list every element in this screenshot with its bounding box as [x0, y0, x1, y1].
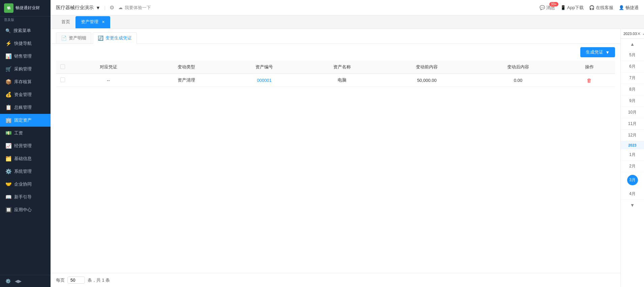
cal-month-10[interactable]: 10月: [621, 107, 644, 118]
cell-before-change: 50,000.00: [381, 74, 472, 87]
calendar-close-button[interactable]: ✕: [637, 31, 641, 36]
app-download-icon: 📱: [560, 5, 566, 10]
sidebar-item-inventory[interactable]: 📦 库存核算: [0, 75, 51, 88]
system-icon: ⚙️: [5, 168, 11, 174]
cell-asset-name: 电脑: [303, 74, 381, 87]
customer-service-label: 在线客服: [596, 5, 613, 11]
row-checkbox[interactable]: [60, 77, 65, 82]
cal-2023-month-3[interactable]: 3月: [627, 175, 638, 186]
app-download-label: App下载: [567, 5, 584, 11]
sidebar: 畅 畅捷通好业财 普及版 🔍 搜索菜单 ⚡ 快捷导航 📊 销售管理 🛒 采购管理…: [0, 0, 51, 287]
sidebar-item-app-center[interactable]: 🔲 应用中心: [0, 203, 51, 216]
per-page-select[interactable]: 50 10 20 100: [67, 277, 85, 284]
sidebar-item-guide[interactable]: 📖 新手引导: [0, 191, 51, 203]
sidebar-bottom: ⚙️ ◀▶: [0, 275, 51, 287]
cell-after-change: 0.00: [472, 74, 564, 87]
sidebar-search[interactable]: 🔍 搜索菜单: [0, 24, 51, 37]
user-avatar[interactable]: 👤 畅捷通: [619, 5, 639, 11]
sidebar-item-label: 总账管理: [14, 104, 32, 110]
sidebar-item-label: 系统管理: [14, 168, 32, 174]
sidebar-item-fixed-assets[interactable]: 🏢 固定资产: [0, 114, 51, 127]
company-name: 医疗器械行业演示: [56, 5, 94, 11]
search-icon: 🔍: [5, 28, 11, 33]
sidebar-bottom-icons: ⚙️ ◀▶: [5, 279, 22, 284]
sidebar-item-label: 销售管理: [14, 53, 32, 59]
cell-voucher: --: [69, 74, 147, 87]
funds-icon: 💰: [5, 92, 11, 98]
app-download-button[interactable]: 📱 App下载: [560, 5, 584, 11]
topbar: 医疗器械行业演示 ▼ | ⚙ ☁ 我要体验一下 💬 消息 99+ 📱 App下载…: [51, 0, 644, 15]
cal-month-7[interactable]: 7月: [621, 72, 644, 84]
table-wrapper: 对应凭证 变动类型 资产编号 资产名称 变动前内容 变动后内容 操作: [51, 61, 620, 273]
sidebar-item-basic-info[interactable]: 🗂️ 基础信息: [0, 152, 51, 165]
user-label: 畅捷通: [625, 5, 639, 11]
cal-2023-month-2[interactable]: 2月: [621, 161, 644, 172]
corp-collab-icon: 🤝: [5, 181, 11, 187]
sidebar-item-purchase[interactable]: 🛒 采购管理: [0, 63, 51, 75]
message-button[interactable]: 💬 消息 99+: [540, 5, 555, 11]
calendar-down-button[interactable]: ▼: [628, 201, 637, 209]
topbar-divider: |: [104, 5, 105, 10]
ledger-icon: 📋: [5, 104, 11, 110]
app-logo-icon: 畅: [4, 3, 13, 13]
operations-icon: 📈: [5, 143, 11, 149]
cal-2023-month-1[interactable]: 1月: [621, 149, 644, 161]
sidebar-item-quick-nav[interactable]: ⚡ 快捷导航: [0, 37, 51, 50]
sidebar-item-label: 固定资产: [14, 117, 32, 123]
cal-2023-month-4[interactable]: 4月: [621, 188, 644, 200]
sidebar-item-payroll[interactable]: 💵 工资: [0, 127, 51, 139]
calendar-year-month: 2023.03: [623, 32, 637, 36]
th-before-change: 变动前内容: [381, 61, 472, 74]
company-selector[interactable]: 医疗器械行业演示 ▼: [56, 5, 100, 11]
tab-home[interactable]: 首页: [56, 16, 75, 28]
collapse-icon[interactable]: ◀▶: [15, 279, 22, 284]
tab-asset-mgmt[interactable]: 资产管理 ✕: [75, 16, 110, 28]
th-checkbox: [56, 61, 69, 74]
sidebar-item-label: 工资: [14, 130, 23, 136]
settings-icon[interactable]: ⚙️: [5, 279, 11, 284]
sidebar-item-corp-collab[interactable]: 🤝 企业协同: [0, 178, 51, 191]
content-area: 📄 资产明细 🔄 变更生成凭证 生成凭证 ▼: [51, 29, 620, 287]
cal-month-5[interactable]: 5月: [621, 50, 644, 61]
payroll-icon: 💵: [5, 130, 11, 136]
main-area: 医疗器械行业演示 ▼ | ⚙ ☁ 我要体验一下 💬 消息 99+ 📱 App下载…: [51, 0, 644, 287]
sidebar-item-label: 采购管理: [14, 66, 32, 72]
sidebar-item-label: 经营管理: [14, 143, 32, 149]
sidebar-item-sales[interactable]: 📊 销售管理: [0, 50, 51, 63]
select-all-checkbox[interactable]: [60, 64, 65, 69]
sidebar-item-operations[interactable]: 📈 经营管理: [0, 139, 51, 152]
th-asset-code: 资产编号: [225, 61, 303, 74]
cal-month-9[interactable]: 9月: [621, 95, 644, 107]
calendar-scroll: ▲ 5月 6月 7月 8月 9月 10月 11月 12月 2023 1月 2月 …: [621, 39, 644, 287]
sidebar-item-label: 库存核算: [14, 79, 32, 85]
feedback-label: 我要体验一下: [125, 5, 151, 11]
sidebar-item-funds[interactable]: 💰 资金管理: [0, 88, 51, 101]
toolbar: 生成凭证 ▼: [51, 44, 620, 61]
sidebar-item-ledger[interactable]: 📋 总账管理: [0, 101, 51, 114]
cal-month-11[interactable]: 11月: [621, 118, 644, 130]
delete-row-icon[interactable]: 🗑: [587, 77, 592, 83]
sub-tab-change-voucher[interactable]: 🔄 变更生成凭证: [93, 32, 137, 44]
change-voucher-icon: 🔄: [98, 35, 103, 41]
per-page-label: 每页: [56, 277, 65, 283]
feedback-button[interactable]: ☁ 我要体验一下: [118, 5, 151, 11]
tab-close-icon[interactable]: ✕: [102, 20, 105, 24]
sidebar-item-system[interactable]: ⚙️ 系统管理: [0, 165, 51, 178]
sidebar-logo: 畅 畅捷通好业财: [0, 0, 51, 17]
cal-month-6[interactable]: 6月: [621, 61, 644, 72]
feedback-icon: ☁: [118, 5, 123, 10]
generate-voucher-button[interactable]: 生成凭证 ▼: [580, 47, 615, 57]
sub-tab-change-voucher-label: 变更生成凭证: [105, 35, 132, 41]
calendar-expand-button[interactable]: ⤢: [642, 31, 644, 36]
settings-gear-icon[interactable]: ⚙: [110, 4, 114, 11]
calendar-up-button[interactable]: ▲: [628, 40, 637, 48]
cell-operation: 🗑: [564, 74, 615, 87]
cal-month-8[interactable]: 8月: [621, 84, 644, 95]
th-change-type: 变动类型: [147, 61, 225, 74]
sub-tab-asset-detail[interactable]: 📄 资产明细: [56, 32, 91, 43]
th-voucher: 对应凭证: [69, 61, 147, 74]
customer-service-button[interactable]: 🎧 在线客服: [589, 5, 613, 11]
cal-month-12[interactable]: 12月: [621, 130, 644, 141]
th-after-change: 变动后内容: [472, 61, 564, 74]
nav-tabs: 首页 资产管理 ✕: [51, 15, 644, 29]
